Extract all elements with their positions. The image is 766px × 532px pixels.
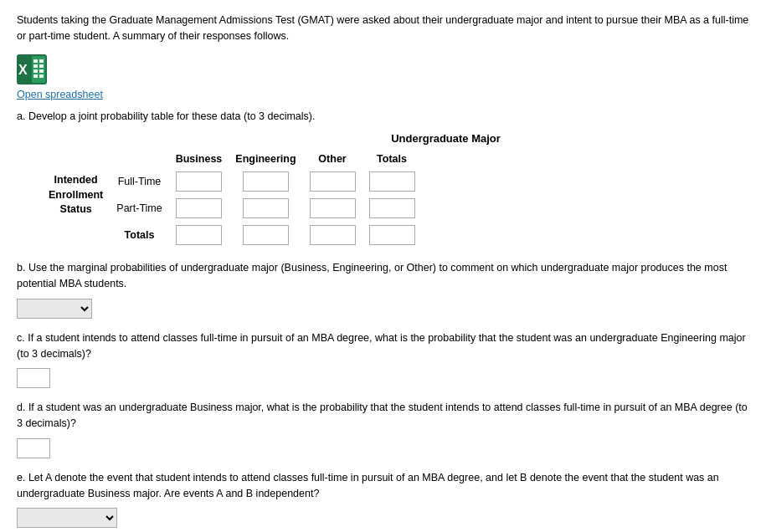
probability-table: Business Engineering Other Totals Intend…	[42, 150, 422, 248]
table-container: Undergraduate Major Business Engineering…	[42, 132, 749, 248]
col-header-totals: Totals	[362, 150, 422, 168]
question-c-label: c. If a student intends to attend classe…	[17, 330, 749, 362]
input-parttime-engineering[interactable]	[243, 198, 289, 218]
question-a: a. Develop a joint probability table for…	[17, 109, 749, 249]
question-d: d. If a student was an undergraduate Bus…	[17, 400, 749, 458]
fulltime-row-label: Full-Time	[110, 168, 168, 195]
input-parttime-business[interactable]	[176, 198, 222, 218]
col-header-other: Other	[303, 150, 362, 168]
cell-parttime-other[interactable]	[303, 195, 362, 222]
svg-rect-4	[33, 64, 38, 68]
question-c: c. If a student intends to attend classe…	[17, 330, 749, 389]
parttime-row-label: Part-Time	[110, 195, 168, 222]
intro-text: Students taking the Graduate Management …	[17, 13, 749, 44]
input-parttime-other[interactable]	[310, 198, 356, 218]
svg-rect-9	[39, 74, 44, 78]
input-totals-totals[interactable]	[369, 225, 415, 245]
question-e-label: e. Let A denote the event that student i…	[17, 470, 749, 502]
question-e: e. Let A denote the event that student i…	[17, 470, 749, 529]
totals-row-label: Totals	[110, 222, 168, 248]
question-c-input[interactable]	[17, 368, 50, 388]
svg-rect-7	[39, 69, 44, 73]
col-header-engineering: Engineering	[229, 150, 302, 168]
enrollment-label: Enrollment	[49, 188, 103, 203]
input-fulltime-engineering[interactable]	[243, 171, 289, 192]
question-b-label: b. Use the marginal probabilities of und…	[17, 260, 749, 292]
cell-parttime-engineering[interactable]	[229, 195, 302, 222]
svg-rect-3	[39, 59, 44, 63]
question-e-dropdown[interactable]: Yes No	[17, 508, 117, 528]
cell-fulltime-engineering[interactable]	[229, 168, 302, 195]
open-spreadsheet-link[interactable]: Open spreadsheet	[17, 89, 103, 100]
question-d-input[interactable]	[17, 438, 50, 458]
svg-rect-6	[33, 69, 38, 73]
table-row-fulltime: Intended Enrollment Status Full-Time	[42, 168, 422, 195]
excel-icon: X	[17, 54, 47, 89]
input-totals-engineering[interactable]	[243, 225, 289, 245]
question-d-label: d. If a student was an undergraduate Bus…	[17, 400, 749, 432]
cell-totals-other[interactable]	[303, 222, 362, 248]
cell-fulltime-other[interactable]	[303, 168, 362, 195]
cell-parttime-business[interactable]	[169, 195, 229, 222]
input-fulltime-other[interactable]	[310, 171, 356, 192]
input-fulltime-business[interactable]	[176, 171, 222, 192]
svg-rect-2	[33, 59, 38, 63]
svg-text:X: X	[18, 63, 28, 77]
question-b-dropdown[interactable]: Business Engineering Other	[17, 299, 92, 319]
cell-totals-engineering[interactable]	[229, 222, 302, 248]
question-b: b. Use the marginal probabilities of und…	[17, 260, 749, 319]
status-label: Status	[49, 202, 103, 217]
svg-rect-8	[33, 74, 38, 78]
input-totals-business[interactable]	[176, 225, 222, 245]
cell-fulltime-totals[interactable]	[362, 168, 422, 195]
question-a-label: a. Develop a joint probability table for…	[17, 109, 749, 125]
input-parttime-totals[interactable]	[369, 198, 415, 218]
cell-totals-business[interactable]	[169, 222, 229, 248]
cell-totals-totals[interactable]	[362, 222, 422, 248]
input-totals-other[interactable]	[310, 225, 356, 245]
cell-parttime-totals[interactable]	[362, 195, 422, 222]
input-fulltime-totals[interactable]	[369, 171, 415, 192]
table-row-totals: Totals	[42, 222, 422, 248]
excel-link-area: X Open spreadsheet	[17, 54, 749, 100]
col-header-business: Business	[169, 150, 229, 168]
svg-rect-5	[39, 64, 44, 68]
cell-fulltime-business[interactable]	[169, 168, 229, 195]
intended-label: Intended	[49, 173, 103, 188]
table-title: Undergraduate Major	[142, 132, 749, 145]
